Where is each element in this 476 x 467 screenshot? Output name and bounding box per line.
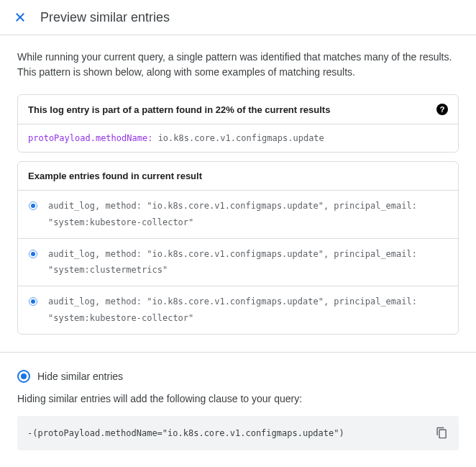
example-row[interactable]: audit_log, method: "io.k8s.core.v1.confi… <box>18 238 458 286</box>
radio-hide-similar[interactable]: Hide similar entries <box>17 370 459 383</box>
radio-icon <box>17 370 30 383</box>
example-text: audit_log, method: "io.k8s.core.v1.confi… <box>48 294 448 327</box>
clause-block: -(protoPayload.methodName="io.k8s.core.v… <box>17 416 459 450</box>
example-text: audit_log, method: "io.k8s.core.v1.confi… <box>48 198 448 231</box>
close-button[interactable] <box>12 9 29 26</box>
radio-hide-label: Hide similar entries <box>37 371 123 382</box>
examples-body: audit_log, method: "io.k8s.core.v1.confi… <box>18 190 458 334</box>
svg-point-5 <box>31 252 35 256</box>
svg-point-3 <box>31 204 35 208</box>
pattern-value: io.k8s.core.v1.configmaps.update <box>158 133 324 143</box>
dialog-header: Preview similar entries <box>0 0 476 35</box>
copy-button[interactable] <box>434 426 449 440</box>
pattern-body: protoPayload.methodName: io.k8s.core.v1.… <box>18 124 458 152</box>
dialog-title: Preview similar entries <box>40 10 170 25</box>
svg-point-7 <box>31 299 35 304</box>
examples-title: Example entries found in current result <box>18 162 458 190</box>
log-bullet-icon <box>28 296 38 307</box>
clause-text: -(protoPayload.methodName="io.k8s.core.v… <box>27 428 344 438</box>
log-bullet-icon <box>28 249 38 259</box>
example-row[interactable]: audit_log, method: "io.k8s.core.v1.confi… <box>18 190 458 238</box>
copy-icon <box>436 427 448 439</box>
close-icon <box>14 11 27 24</box>
pattern-panel: This log entry is part of a pattern foun… <box>17 94 459 153</box>
example-row[interactable]: audit_log, method: "io.k8s.core.v1.confi… <box>18 286 458 334</box>
examples-panel: Example entries found in current result … <box>17 161 459 335</box>
intro-text: While running your current query, a sing… <box>17 50 459 80</box>
pattern-panel-header: This log entry is part of a pattern foun… <box>18 95 458 124</box>
example-text: audit_log, method: "io.k8s.core.v1.confi… <box>48 246 448 279</box>
pattern-title: This log entry is part of a pattern foun… <box>28 104 330 115</box>
pattern-key: protoPayload.methodName: <box>28 133 152 143</box>
help-icon[interactable]: ? <box>436 104 448 115</box>
divider <box>0 352 476 353</box>
dialog-content: While running your current query, a sing… <box>0 35 476 467</box>
hide-helper-text: Hiding similar entries will add the foll… <box>17 393 459 404</box>
log-bullet-icon <box>28 201 38 211</box>
